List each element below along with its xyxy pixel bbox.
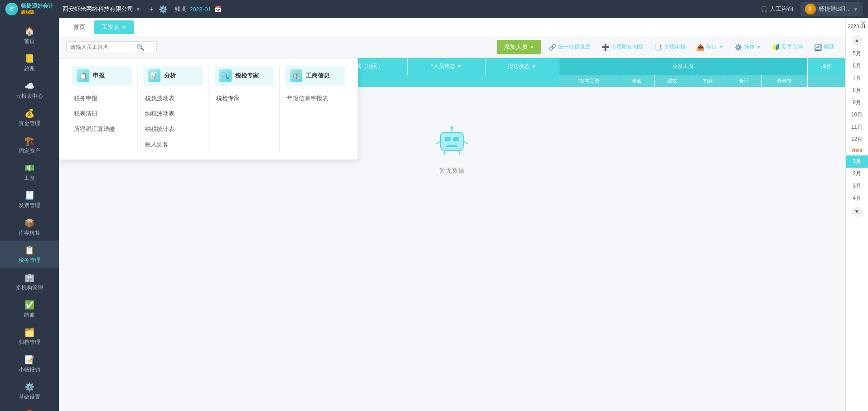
- svg-line-8: [444, 150, 445, 155]
- company-selector[interactable]: 西安虾米网络科技有限公司 ▼: [63, 5, 141, 13]
- sidebar-item-home[interactable]: 🏠 首页: [0, 22, 59, 49]
- tab-close-icon[interactable]: ✕: [122, 24, 126, 30]
- sidebar-item-payroll[interactable]: 💵 工资: [0, 159, 59, 186]
- month-5[interactable]: 5月: [846, 48, 868, 60]
- month-11[interactable]: 11月: [846, 121, 868, 133]
- tax-stats-item[interactable]: 纳税统计表: [143, 121, 203, 137]
- calendar-icon[interactable]: 📅: [214, 5, 222, 13]
- sidebar-label-small-report: 小畅报销: [19, 367, 40, 373]
- top-bar-right: 🎧 人工咨询 B 畅捷通B组... ▼: [761, 2, 863, 16]
- logo-icon: 好: [5, 3, 18, 15]
- month-6[interactable]: 6月: [846, 60, 868, 72]
- month-9[interactable]: 9月: [846, 97, 868, 109]
- home-icon: 🏠: [24, 26, 34, 36]
- month-7[interactable]: 7月: [846, 72, 868, 84]
- sidebar-label-settings: 基础设置: [19, 394, 40, 400]
- panel-up-icon[interactable]: ▲: [852, 35, 863, 46]
- sidebar-item-ledger[interactable]: 📒 总账: [0, 49, 59, 76]
- add-person-button[interactable]: 添加人员 ▼: [497, 40, 541, 54]
- business-info-title-text: 工商信息: [306, 72, 330, 80]
- tax-wave-item[interactable]: 纳税波动表: [143, 106, 203, 121]
- panel-down-icon[interactable]: ▼: [852, 206, 863, 217]
- user-name: 畅捷通B组...: [819, 5, 851, 13]
- export-button[interactable]: 📤 导出 ▼: [693, 41, 727, 53]
- table-col-person-status: *人员状态 ▼: [407, 58, 485, 75]
- table-sub-total: 合计: [726, 75, 762, 87]
- new-guide-button[interactable]: 🔰 新手引导: [768, 41, 807, 53]
- toolbar: 🔍 添加人员 ▼ 🔗 统一社保设置 ➕ 专项附加扣除 📑 个税申报 📤 导出: [59, 36, 845, 58]
- archive-icon: 🗂️: [24, 327, 34, 337]
- sidebar-label-tax: 税务管理: [19, 257, 40, 263]
- sidebar-label-invoice: 发票管理: [19, 202, 40, 208]
- sidebar-item-guide[interactable]: 🎯 新手引导: [0, 405, 59, 411]
- app-name: 畅捷通好会计: [21, 3, 53, 9]
- month-3[interactable]: 3月: [846, 180, 868, 192]
- settle-icon: ✅: [24, 300, 34, 310]
- empty-robot-icon: [434, 123, 470, 160]
- company-name: 西安虾米网络科技有限公司: [63, 5, 133, 13]
- sidebar-item-funds[interactable]: 💰 资金管理: [0, 104, 59, 131]
- sidebar-item-cloud-report[interactable]: ☁️ 云报表中心: [0, 77, 59, 104]
- period-text: 账期: [175, 5, 187, 13]
- tab-payroll-label: 工资表: [102, 23, 119, 31]
- sidebar-item-invoice[interactable]: 🧾 发票管理: [0, 186, 59, 213]
- table-sub-allowance: 津贴: [619, 75, 655, 87]
- settings-icon: ⚙️: [24, 382, 34, 392]
- refresh-icon: 🔄: [814, 44, 822, 51]
- month-1[interactable]: 1月: [846, 155, 868, 168]
- month-10[interactable]: 10月: [846, 109, 868, 121]
- sidebar-item-tax[interactable]: 📋 税务管理: [0, 241, 59, 268]
- add-person-label: 添加人员: [504, 43, 528, 51]
- sidebar-item-settings[interactable]: ⚙️ 基础设置: [0, 377, 59, 405]
- svg-point-5: [451, 126, 453, 129]
- sidebar-item-fixed-assets[interactable]: 🏗️ 固定资产: [0, 131, 59, 159]
- annual-report-item[interactable]: 年报信息申报表: [285, 91, 345, 106]
- tab-payroll[interactable]: 工资表 ✕: [94, 20, 134, 34]
- income-tax-item[interactable]: 所得税汇算清缴: [72, 121, 132, 137]
- personal-tax-button[interactable]: 📑 个税申报: [651, 41, 689, 53]
- search-box[interactable]: 🔍: [66, 41, 157, 53]
- sidebar-item-small-report[interactable]: 📝 小畅报销: [0, 350, 59, 377]
- operations-button[interactable]: ⚙️ 操作 ▼: [731, 41, 765, 53]
- special-deduction-button[interactable]: ➕ 专项附加扣除: [598, 41, 647, 53]
- tax-table-item[interactable]: 税表清册: [72, 106, 132, 121]
- sidebar-item-archive[interactable]: 🗂️ 归档管理: [0, 323, 59, 350]
- analysis-title-text: 分析: [164, 72, 176, 80]
- operations-label: 操作: [744, 43, 755, 51]
- search-input[interactable]: [70, 44, 134, 50]
- month-12[interactable]: 12月: [846, 133, 868, 145]
- add-icon[interactable]: ＋: [148, 5, 155, 14]
- sidebar-label-fixed-assets: 固定资产: [19, 148, 40, 154]
- analysis-title: 📊 分析: [143, 66, 203, 86]
- sidebar-label-home: 首页: [24, 38, 35, 44]
- personal-tax-icon: 📑: [655, 44, 662, 51]
- sidebar-item-multi-org[interactable]: 🏢 多机构管理: [0, 268, 59, 295]
- income-calc-item[interactable]: 收入测算: [143, 137, 203, 152]
- social-security-button[interactable]: 🔗 统一社保设置: [545, 41, 594, 53]
- business-info-section: 🏢 工商信息 年报信息申报表: [280, 66, 350, 152]
- operations-icon: ⚙️: [734, 44, 742, 51]
- tax-burden-item[interactable]: 税负波动表: [143, 91, 203, 106]
- sidebar-item-settle[interactable]: ✅ 结账: [0, 295, 59, 323]
- export-dropdown-icon: ▼: [719, 44, 723, 49]
- top-bar: 好 畅捷通好会计 旗舰版 西安虾米网络科技有限公司 ▼ ＋ ⚙️ 账期 2023…: [0, 0, 868, 18]
- ledger-icon: 📒: [24, 53, 34, 63]
- tax-declaration-item[interactable]: 税务申报: [72, 91, 132, 106]
- sidebar-item-inventory[interactable]: 📦 库存核算: [0, 213, 59, 241]
- month-8[interactable]: 8月: [846, 84, 868, 97]
- support-button[interactable]: 🎧 人工咨询: [761, 5, 793, 13]
- month-2[interactable]: 2月: [846, 168, 868, 180]
- tab-home[interactable]: 首页: [66, 20, 92, 34]
- svg-line-9: [459, 150, 460, 155]
- new-guide-icon: 🔰: [772, 44, 780, 51]
- svg-rect-1: [445, 137, 451, 141]
- tax-expert-item[interactable]: 税检专家: [214, 91, 274, 106]
- settings-icon[interactable]: ⚙️: [159, 5, 168, 14]
- month-4[interactable]: 4月: [846, 192, 868, 204]
- user-badge[interactable]: B 畅捷通B组... ▼: [800, 2, 863, 16]
- period-label: 账期 2023-01 📅: [175, 5, 222, 13]
- table-container: 📋 申报 税务申报 税表清册 所得税汇算清缴 📊 分析 税负波动表 纳税波动表 …: [59, 58, 845, 411]
- refresh-button[interactable]: 🔄 刷新: [810, 41, 838, 53]
- right-panel-close-icon[interactable]: ✕: [860, 20, 866, 27]
- svg-line-6: [436, 141, 441, 144]
